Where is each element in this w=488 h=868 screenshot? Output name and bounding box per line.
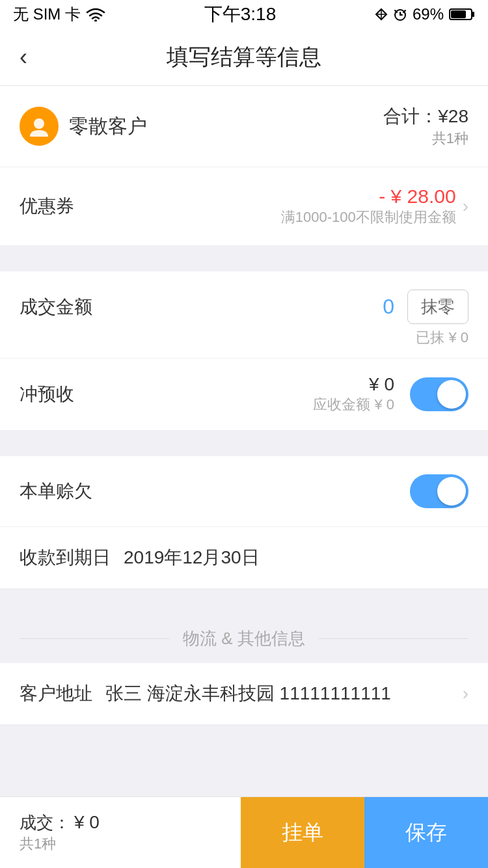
deal-row-top: 成交金额 0 抹零 <box>20 290 468 324</box>
back-button[interactable]: ‹ <box>20 44 27 71</box>
address-row[interactable]: 客户地址 张三 海淀永丰科技园 11111111111 › <box>0 663 488 724</box>
coupon-value-wrap: - ¥ 28.00 满1000-100不限制使用金额 <box>281 185 456 227</box>
debit-label: 本单赊欠 <box>20 479 92 504</box>
debit-row: 本单赊欠 <box>0 456 488 526</box>
svg-point-5 <box>34 118 44 129</box>
divider-2 <box>0 443 488 456</box>
svg-point-0 <box>94 20 97 21</box>
prepay-row: 冲预收 ¥ 0 应收金额 ¥ 0 <box>0 359 488 430</box>
coupon-desc: 满1000-100不限制使用金额 <box>281 208 456 227</box>
customer-total: 合计：¥28 <box>383 104 468 129</box>
logistics-label: 物流 & 其他信息 <box>183 627 305 650</box>
divider-1 <box>0 258 488 271</box>
location-icon <box>375 8 388 21</box>
status-left: 无 SIM 卡 <box>13 4 105 25</box>
alarm-icon <box>393 7 407 21</box>
battery-icon <box>449 7 475 21</box>
customer-section: 零散客户 合计：¥28 共1种 优惠券 - ¥ 28.00 满1000-100不… <box>0 86 488 245</box>
avatar <box>20 107 59 146</box>
prepay-toggle[interactable] <box>410 377 468 411</box>
customer-total-wrap: 合计：¥28 共1种 <box>383 104 468 148</box>
coupon-amount: - ¥ 28.00 <box>281 185 456 208</box>
svg-rect-3 <box>472 12 474 17</box>
save-button[interactable]: 保存 <box>364 797 488 868</box>
prepay-amount: ¥ 0 <box>313 374 394 395</box>
bottom-deal-value: ¥ 0 <box>74 812 100 833</box>
page-title: 填写结算等信息 <box>167 42 321 72</box>
deal-label: 成交金额 <box>20 295 92 319</box>
deal-section: 成交金额 0 抹零 已抹 ¥ 0 冲预收 ¥ 0 应收金额 ¥ 0 <box>0 271 488 430</box>
toggle-circle <box>437 380 466 409</box>
customer-name: 零散客户 <box>69 113 147 140</box>
duedate-label: 收款到期日 <box>20 545 111 570</box>
coupon-row[interactable]: 优惠券 - ¥ 28.00 满1000-100不限制使用金额 › <box>0 167 488 245</box>
hang-order-button[interactable]: 挂单 <box>241 797 364 868</box>
deal-sub: 已抹 ¥ 0 <box>20 328 468 347</box>
wifi-icon <box>86 7 105 21</box>
battery-percent: 69% <box>413 5 444 23</box>
status-bar: 无 SIM 卡 下午3:18 69% <box>0 0 488 29</box>
address-label: 客户地址 <box>20 681 92 706</box>
coupon-label: 优惠券 <box>20 194 74 219</box>
bottom-deal-label: 成交： <box>20 811 70 834</box>
svg-rect-4 <box>451 10 466 18</box>
status-time: 下午3:18 <box>204 2 277 27</box>
customer-left: 零散客户 <box>20 107 147 146</box>
customer-count: 共1种 <box>383 129 468 148</box>
nav-bar: ‹ 填写结算等信息 <box>0 29 488 86</box>
debit-section: 本单赊欠 收款到期日 2019年12月30日 <box>0 456 488 588</box>
deal-right: 0 抹零 <box>383 290 468 324</box>
sim-status: 无 SIM 卡 <box>13 4 81 25</box>
prepay-right: ¥ 0 应收金额 ¥ 0 <box>313 374 468 414</box>
customer-avatar-icon <box>27 115 51 138</box>
sep-line-right <box>318 638 468 639</box>
duedate-row[interactable]: 收款到期日 2019年12月30日 <box>0 526 488 588</box>
status-right: 69% <box>375 5 475 23</box>
address-section: 客户地址 张三 海淀永丰科技园 11111111111 › <box>0 663 488 724</box>
deal-row: 成交金额 0 抹零 已抹 ¥ 0 <box>0 271 488 359</box>
round-zero-button[interactable]: 抹零 <box>407 290 468 324</box>
prepay-sub: 应收金额 ¥ 0 <box>313 395 394 414</box>
sep-line-left <box>20 638 170 639</box>
bottom-left: 成交： ¥ 0 共1种 <box>0 797 241 868</box>
address-value: 张三 海淀永丰科技园 11111111111 <box>105 681 463 706</box>
coupon-right: - ¥ 28.00 满1000-100不限制使用金额 › <box>281 185 468 227</box>
customer-row: 零散客户 合计：¥28 共1种 <box>0 86 488 167</box>
prepay-value-wrap: ¥ 0 应收金额 ¥ 0 <box>313 374 394 414</box>
duedate-value: 2019年12月30日 <box>124 545 260 570</box>
deal-value: 0 <box>383 295 394 319</box>
coupon-chevron-icon: › <box>463 196 468 217</box>
debit-toggle-circle <box>437 477 466 506</box>
debit-toggle[interactable] <box>410 474 468 508</box>
logistics-separator: 物流 & 其他信息 <box>0 614 488 663</box>
divider-3 <box>0 601 488 614</box>
bottom-bar: 成交： ¥ 0 共1种 挂单 保存 <box>0 796 488 868</box>
bottom-deal-count: 共1种 <box>20 834 221 854</box>
address-chevron-icon: › <box>463 683 468 704</box>
prepay-label: 冲预收 <box>20 382 74 407</box>
